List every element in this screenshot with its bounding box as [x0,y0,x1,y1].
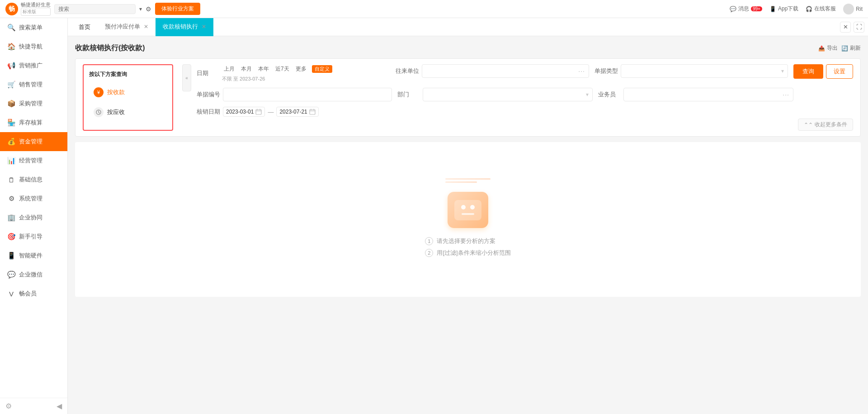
settings-gear-icon[interactable]: ⚙ [146,5,151,13]
calendar-start-icon [255,109,262,115]
search-button[interactable]: 查询 [793,64,823,79]
svg-rect-2 [310,109,315,114]
warehouse-icon: 🏪 [7,119,15,127]
tab-prepay[interactable]: 预付冲应付单 ✕ [98,18,156,36]
online-service-button[interactable]: 🎧 在线客服 [806,5,836,13]
setting-button[interactable]: 设置 [826,64,853,79]
search-dropdown-icon[interactable]: ▾ [139,6,142,12]
message-label: 消息 [738,5,749,13]
home-icon: 🏠 [7,43,15,51]
counterpart-dots-icon[interactable]: ··· [575,67,589,75]
filter-option-by-receivable[interactable]: 按应收 [89,104,167,121]
sidebar-item-smart-hw[interactable]: 📱 智能硬件 [0,246,67,265]
filter-layout: 按以下方案查询 ¥ 按收款 按应收 [83,64,853,131]
sidebar-item-base-info[interactable]: 🗒 基础信息 [0,170,67,189]
filter-option-label: 按应收 [107,108,125,116]
sidebar-label: 智能硬件 [19,252,42,260]
robot-eye-left [461,205,466,209]
sidebar-item-sys-mgmt[interactable]: ⚙ 系统管理 [0,189,67,208]
building-icon: 🏢 [7,214,15,222]
document-icon: 🗒 [7,176,15,184]
salesperson-field: 业务员 ··· [598,88,793,101]
date-last-month[interactable]: 上月 [222,64,236,74]
search-input[interactable] [54,4,136,14]
sidebar-label: 新手引导 [19,233,42,241]
sidebar-item-marketing[interactable]: 📢 营销推广 [0,56,67,75]
industry-solution-button[interactable]: 体验行业方案 [155,3,200,15]
sidebar-label: 基础信息 [19,176,42,184]
vip-icon: V [7,290,15,298]
date-limit-text: 不限 至 2023-07-26 [222,76,332,82]
sidebar-item-member[interactable]: V 畅会员 [0,284,67,303]
department-select[interactable]: ▾ [423,88,593,101]
logo-badge: 标准版 [21,8,51,16]
salesperson-dots-icon[interactable]: ··· [779,91,793,98]
chevron-down-icon: ▾ [586,91,589,98]
sidebar-label: 销售管理 [19,81,42,89]
doc-type-field: 单据类型 ▾ [594,64,788,78]
refresh-icon: 🔄 [841,45,848,52]
robot-mouth [462,213,474,215]
tab-writeoff-close-icon[interactable]: ✕ [202,24,206,30]
filter-option-by-receipt[interactable]: ¥ 按收款 [89,84,167,101]
filter-form: 日期 上月 本月 本年 近7天 更多 自定义 [197,64,853,131]
close-all-tabs-button[interactable]: ✕ [840,22,851,33]
receipt-icon: ¥ [94,87,104,97]
counterpart-field: 往来单位 ··· [396,64,589,78]
collapse-sidebar-icon[interactable]: ◀ [57,402,62,410]
date-custom-tag[interactable]: 自定义 [312,65,332,73]
date-this-month[interactable]: 本月 [239,64,254,74]
doc-no-input[interactable] [223,88,392,101]
sidebar-item-guide[interactable]: 🎯 新手引导 [0,227,67,246]
salesperson-input[interactable]: ··· [623,88,793,101]
settings-bottom-icon[interactable]: ⚙ [5,402,12,410]
date-more[interactable]: 更多 [294,64,308,74]
counterpart-input[interactable]: ··· [422,64,589,78]
refresh-button[interactable]: 🔄 刷新 [841,44,861,52]
app-download-button[interactable]: 📱 App下载 [769,5,798,13]
date-7days[interactable]: 近7天 [274,64,291,74]
sidebar-item-inventory[interactable]: 🏪 库存核算 [0,113,67,132]
sidebar-item-quick-nav[interactable]: 🏠 快捷导航 [0,37,67,56]
sidebar-label: 采购管理 [19,100,42,108]
logo-text: 畅捷通好生意 [21,2,51,8]
sidebar-item-purchase[interactable]: 📦 采购管理 [0,94,67,113]
export-icon: 📤 [818,45,825,52]
filter-row-2: 单据编号 部门 ▾ [197,88,853,101]
sidebar-item-weixin[interactable]: 💬 企业微信 [0,265,67,284]
sidebar-item-enterprise[interactable]: 🏢 企业协同 [0,208,67,227]
collapse-more-button[interactable]: ⌃⌃ 收起更多条件 [798,119,853,131]
user-info[interactable]: Rit [843,4,863,14]
robot-body [448,192,488,228]
tab-writeoff[interactable]: 收款核销执行 ✕ [156,18,213,36]
gear-icon: ⚙ [7,195,15,203]
fullscreen-button[interactable]: ⛶ [854,22,864,33]
sidebar-item-search-menu[interactable]: 🔍 搜索菜单 [0,18,67,37]
page-content: 收款核销执行(按收款) 📤 导出 🔄 刷新 按 [68,36,868,414]
app-download-icon: 📱 [769,6,776,12]
doc-type-select[interactable]: ▾ [621,64,788,78]
message-button[interactable]: 💬 消息 99+ [730,5,762,13]
sidebar-item-business[interactable]: 📊 经营管理 [0,151,67,170]
sidebar-item-finance[interactable]: 💰 资金管理 [0,132,67,151]
date-label: 日期 [197,69,219,77]
filter-actions: 查询 设置 [793,64,853,79]
content-area: 首页 预付冲应付单 ✕ 收款核销执行 ✕ ✕ ⛶ 收款核销执行(按收款) [68,18,868,414]
department-field: 部门 ▾ [397,88,593,101]
app-logo: 畅 畅捷通好生意 标准版 [5,2,51,16]
sidebar-item-sales[interactable]: 🛒 销售管理 [0,75,67,94]
filter-option-label: 按收款 [107,88,125,96]
sidebar: 🔍 搜索菜单 🏠 快捷导航 📢 营销推广 🛒 销售管理 📦 采购管理 🏪 库存核… [0,18,68,414]
tab-home[interactable]: 首页 [71,18,98,36]
writeoff-date-label: 核销日期 [197,108,220,116]
hardware-icon: 📱 [7,252,15,260]
tab-prepay-close-icon[interactable]: ✕ [144,24,148,30]
date-this-year[interactable]: 本年 [256,64,271,74]
writeoff-date-start-input[interactable]: 2023-03-01 [223,107,265,117]
writeoff-date-field: 核销日期 2023-03-01 — [197,107,319,117]
export-button[interactable]: 📤 导出 [818,44,838,52]
filter-collapse-button[interactable]: « [182,64,191,91]
calendar-end-icon [309,109,316,115]
sidebar-bottom: ⚙ ◀ [0,398,67,414]
writeoff-date-end-input[interactable]: 2023-07-21 [276,107,318,117]
